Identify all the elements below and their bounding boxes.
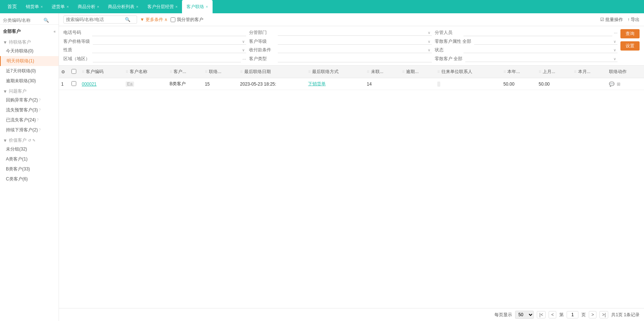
last-page-btn[interactable]: >| — [599, 311, 608, 318]
customer-type-input[interactable] — [278, 55, 432, 62]
gear-icon[interactable]: ⚙ — [61, 69, 65, 75]
filter-toggle-btn[interactable]: ▼ 更多条件 ∧ — [140, 17, 168, 23]
setting-button[interactable]: 设置 — [620, 41, 640, 51]
nav-sales-order[interactable]: 销货单× — [21, 0, 47, 13]
customer-level-chevron-icon: ∨ — [428, 39, 430, 44]
cell-last-date: 2023-05-23 18:25: — [238, 78, 306, 90]
sidebar-search-input[interactable] — [3, 18, 43, 23]
select-all-checkbox[interactable] — [71, 69, 76, 74]
filter-retail-attr: 零散客户属性 全部 ∨ — [435, 38, 617, 45]
sidebar-item-7day-contact[interactable]: 近7天待联络(0) — [0, 66, 59, 76]
sidebar-item-overdue-contact[interactable]: 逾期未联络(30) — [0, 76, 59, 86]
cell-last-method[interactable]: 下销货单 — [306, 78, 364, 90]
col-gear: ⚙ — [59, 66, 69, 78]
toolbar-search-input[interactable] — [66, 17, 125, 22]
first-page-btn[interactable]: |< — [537, 311, 546, 318]
close-product-analysis-list-icon[interactable]: × — [136, 4, 138, 9]
refresh-icon[interactable]: ↺ — [28, 138, 31, 142]
price-level-select[interactable]: ∨ — [93, 39, 246, 45]
sidebar-item-tomorrow-contact[interactable]: 明天待联络(1) — [0, 56, 59, 66]
sidebar-search-icon[interactable]: 🔍 — [43, 18, 49, 23]
close-sales-order-icon[interactable]: × — [41, 4, 43, 9]
price-level-chevron-icon: ∨ — [242, 39, 245, 44]
page-number-input[interactable] — [567, 311, 578, 318]
nav-product-analysis-list[interactable]: 商品分析列表× — [104, 0, 143, 13]
sidebar-group-pending: ▼ 待联络客户 — [0, 37, 59, 46]
filter-price-level: 客户价格等级 ∨ — [63, 38, 246, 45]
query-button[interactable]: 查询 — [620, 29, 640, 38]
sidebar-item-lost[interactable]: 已流失客户(24)? — [0, 115, 59, 125]
retail-attr-select[interactable]: ∨ — [474, 39, 617, 45]
cell-name: Ea — [123, 78, 167, 90]
grid-icon[interactable]: ⊞ — [617, 82, 620, 87]
export-btn[interactable]: ↑ 导出 — [627, 17, 640, 23]
close-purchase-order-icon[interactable]: × — [66, 4, 69, 9]
help-icon-1: ? — [39, 98, 41, 102]
nav-product-analysis[interactable]: 商品分析× — [73, 0, 104, 13]
toolbar-search-icon[interactable]: 🔍 — [125, 17, 130, 22]
nature-select[interactable]: ∨ — [92, 47, 246, 53]
nav-customer-contact[interactable]: 客户联络× — [182, 0, 212, 13]
col-this-year: ≡本年... — [501, 66, 536, 78]
filter-person: 分管人员 ··· — [435, 29, 617, 36]
cell-actions: 💬 ⊞ — [607, 78, 644, 90]
filter-actions: 电话号码 分管部门 ∨ 分管人员 — [63, 29, 640, 62]
triangle-icon: ▼ — [3, 40, 7, 45]
row-checkbox[interactable] — [71, 81, 76, 86]
cell-code[interactable]: 000021 — [80, 78, 123, 90]
col-last-date: ≡最后联络日期 — [238, 66, 306, 78]
filter-chevron-icon: ∧ — [164, 17, 168, 22]
sidebar-item-c-class[interactable]: C类客户(6) — [0, 174, 59, 184]
page-end-label: 页 — [581, 312, 586, 318]
close-customer-contact-icon[interactable]: × — [206, 4, 208, 9]
next-page-btn[interactable]: > — [589, 311, 596, 318]
nature-label: 性质 — [63, 47, 89, 53]
sidebar-item-today-contact[interactable]: 今天待联络(0) — [0, 46, 59, 56]
total-label: 共1页 1条记录 — [611, 312, 640, 318]
phone-input[interactable] — [92, 29, 246, 36]
batch-op-btn[interactable]: ☑ 批量操作 — [600, 17, 623, 23]
my-customers-check[interactable] — [171, 17, 175, 22]
sidebar-item-lostwarning[interactable]: 流失预警客户(3)? — [0, 105, 59, 115]
nature-chevron-icon: ∨ — [242, 48, 245, 52]
filter-row-2: 客户价格等级 ∨ 客户等级 ∨ — [63, 38, 617, 45]
sidebar-item-declining[interactable]: 持续下滑客户(2)? — [0, 125, 59, 135]
page-size-select[interactable]: 50 100 200 — [515, 311, 534, 319]
dept-select[interactable]: ∨ — [278, 30, 432, 36]
payment-chevron-icon: ∨ — [428, 48, 430, 52]
sidebar-collapse-icon[interactable]: « — [53, 30, 56, 34]
filter-status: 状态 ∨ — [435, 47, 617, 53]
nav-purchase-order[interactable]: 进货单× — [47, 0, 73, 13]
customer-level-select[interactable]: ∨ — [278, 39, 432, 45]
help-icon-4: ? — [39, 128, 41, 132]
payment-label: 收付款条件 — [249, 47, 275, 53]
nav-home[interactable]: 首页 — [3, 0, 21, 13]
edit-icon[interactable]: ✎ — [32, 138, 35, 142]
person-dots-icon[interactable]: ··· — [614, 30, 617, 35]
region-dots-icon[interactable]: ··· — [242, 56, 246, 62]
nav-customer-tier[interactable]: 客户分层经营× — [143, 0, 182, 13]
cell-overdue — [400, 78, 435, 90]
sidebar-all-customers[interactable]: 全部客户 « — [0, 26, 59, 37]
sidebar-item-repurchase[interactable]: 回购异常客户(2)? — [0, 95, 59, 105]
close-customer-tier-icon[interactable]: × — [175, 4, 178, 9]
cell-type: B类客户 — [167, 78, 203, 90]
prev-page-btn[interactable]: < — [549, 311, 556, 318]
retail-customer-select[interactable]: ∨ — [465, 56, 617, 62]
filter-row-3: 性质 ∨ 收付款条件 ∨ — [63, 47, 617, 53]
filter-fields: 电话号码 分管部门 ∨ 分管人员 — [63, 29, 617, 62]
sidebar-item-a-class[interactable]: A类客户(1) — [0, 154, 59, 164]
filter-buttons: 查询 设置 — [620, 29, 640, 51]
filter-phone: 电话号码 — [63, 29, 246, 36]
close-product-analysis-icon[interactable]: × — [97, 4, 99, 9]
my-customers-checkbox[interactable]: 我分管的客户 — [171, 17, 203, 23]
region-input[interactable] — [93, 55, 241, 62]
main-layout: 🔍 全部客户 « ▼ 待联络客户 今天待联络(0) 明天待联络(1) 近7天待联… — [0, 13, 644, 321]
chat-icon[interactable]: 💬 — [609, 82, 615, 87]
status-select[interactable]: ∨ — [463, 47, 617, 53]
sidebar-item-b-class[interactable]: B类客户(33) — [0, 164, 59, 174]
sidebar-item-ungroup[interactable]: 未分组(32) — [0, 144, 59, 154]
person-input[interactable] — [463, 29, 612, 36]
dept-label: 分管部门 — [249, 30, 275, 36]
payment-select[interactable]: ∨ — [278, 47, 432, 53]
